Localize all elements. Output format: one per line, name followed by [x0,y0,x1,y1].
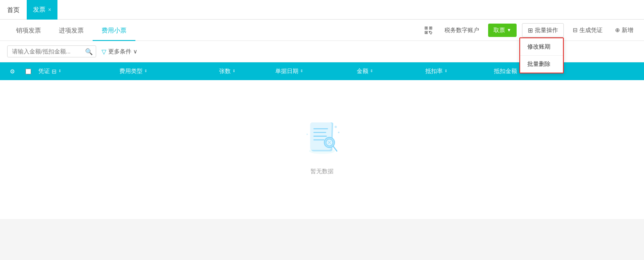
filter-icon: ▽ [102,48,106,55]
take-ticket-button[interactable]: 取票 ▼ [488,24,517,37]
tax-account-button[interactable]: 税务数字账户 [441,24,483,36]
select-all-checkbox[interactable] [25,69,31,74]
sort-icon: ⇕ [300,69,303,73]
sort-icon: ⇕ [232,69,236,73]
empty-illustration [300,116,344,160]
th-gear[interactable]: ⚙ [4,68,21,75]
tab-purchase[interactable]: 进项发票 [50,20,93,41]
chevron-down-icon: ∨ [133,48,138,55]
sort-icon: ⇕ [444,69,448,73]
modify-period-item[interactable]: 修改账期 [520,38,563,55]
batch-icon: ⊞ [528,27,533,34]
search-input[interactable] [7,45,96,57]
svg-point-12 [306,134,308,135]
search-icon[interactable]: 🔍 [85,48,93,55]
th-check[interactable] [21,69,35,74]
empty-state: 暂无数据 [0,80,644,202]
batch-op-dropdown: 修改账期 批量删除 [519,37,564,73]
voucher-icon: ⊟ [573,27,578,33]
gear-icon: ⚙ [10,68,15,75]
empty-text: 暂无数据 [310,167,334,175]
th-deduct-rate[interactable]: 抵扣率 ⇕ [422,67,490,75]
sort-icon: ⇕ [370,69,373,73]
tab-sales[interactable]: 销项发票 [7,20,50,41]
svg-point-10 [334,126,337,128]
th-amount[interactable]: 金额 ⇕ [353,67,422,75]
th-voucher[interactable]: 凭证 ⊟ ⇕ [35,67,116,75]
search-input-wrap: 🔍 [7,45,96,57]
batch-delete-item[interactable]: 批量删除 [520,55,563,73]
tab-expense[interactable]: 费用小票 [93,20,135,41]
voucher-filter-icon: ⊟ [52,68,57,75]
svg-point-11 [338,132,339,133]
gen-voucher-button[interactable]: ⊟ 生成凭证 [569,24,606,37]
batch-op-button[interactable]: ⊞ 批量操作 [522,23,564,37]
more-conditions-button[interactable]: ▽ 更多条件 ∨ [102,48,138,56]
sub-nav: 销项发票 进项发票 费用小票 税务数字账户 取票 ▼ ⊞ 批量操作 [0,20,644,41]
sort-icon: ⇕ [144,69,147,73]
close-tab-icon[interactable]: × [48,7,51,13]
qr-icon[interactable] [421,23,436,37]
home-link[interactable]: 首页 [7,0,27,20]
sort-icon: ⇕ [58,69,61,73]
th-date[interactable]: 单据日期 ⇕ [272,67,353,75]
top-nav: 首页 发票 × [0,0,644,20]
invoice-tab-label: 发票 [33,6,45,14]
plus-icon: ⊕ [615,27,620,33]
batch-op-container: ⊞ 批量操作 修改账期 批量删除 [522,23,564,37]
th-count[interactable]: 张数 ⇕ [216,67,272,75]
sub-nav-left: 销项发票 进项发票 费用小票 [7,20,135,41]
invoice-tab[interactable]: 发票 × [27,0,57,20]
add-new-button[interactable]: ⊕ 新增 [611,24,637,37]
th-type[interactable]: 费用类型 ⇕ [116,67,216,75]
chevron-down-icon: ▼ [507,28,511,32]
sub-nav-right: 税务数字账户 取票 ▼ ⊞ 批量操作 修改账期 批量删除 ⊟ 生成凭证 ⊕ 新增 [421,23,637,37]
